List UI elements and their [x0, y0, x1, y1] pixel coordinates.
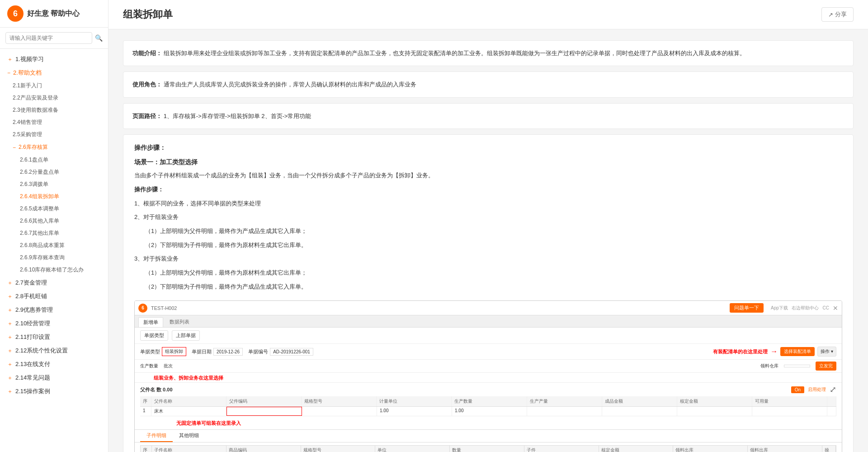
sidebar-item-transfer[interactable]: 2.6.3调拨单: [20, 178, 108, 190]
sidebar-item-data-prep[interactable]: 2.3使用前数据准备: [13, 104, 108, 116]
ss-btn-print[interactable]: 上部单据: [172, 330, 200, 341]
ss-td-finish: [602, 407, 677, 416]
ss-sub-tabs: 子件明细 其他明细: [135, 430, 842, 442]
sidebar-item-stocktake[interactable]: 2.6.1盘点单: [20, 154, 108, 166]
sidebar-item-cost-recalc[interactable]: 2.6.8商品成本重算: [20, 239, 108, 252]
search-box: 🔍: [0, 28, 108, 49]
plus-icon-11: ＋: [7, 388, 13, 395]
step2a: （1）上部明细为父件明细，最终作为产成品生成其它入库单；: [134, 226, 842, 237]
ss-label-type: 单据类型: [140, 348, 160, 355]
sidebar-item-faq[interactable]: ＋ 2.14常见问题: [0, 371, 108, 385]
sidebar-item-cases[interactable]: ＋ 2.15操作案例: [0, 385, 108, 398]
ss-annotation-nofixed: 无固定清单可组装在这里录入: [176, 420, 241, 426]
sidebar-item-mobile[interactable]: ＋ 2.8手机旺铺: [0, 290, 108, 303]
ss-sth-op: 操作: [822, 446, 836, 452]
sidebar-item-ops[interactable]: ＋ 2.10经营管理: [0, 317, 108, 330]
minus-icon: −: [7, 70, 10, 76]
ss-input-num[interactable]: AD-20191226-001: [270, 348, 313, 356]
ss-th-unit: 计量单位: [377, 396, 452, 406]
search-icon[interactable]: 🔍: [95, 34, 103, 42]
path-text: 1、库存核算->库存管理->组装拆卸单 2、首页->常用功能: [164, 113, 311, 119]
sidebar-item-assembly[interactable]: 2.6.4组装拆卸单: [20, 190, 108, 203]
sidebar-item-finance[interactable]: ＋ 2.7资金管理: [0, 276, 108, 290]
ss-td-approved: [677, 407, 752, 416]
ss-subtable: 序 子件名称 商品编码 规格型号 单位 数量 子件 核定金额 领料出库 领料出库…: [135, 442, 842, 452]
ss-annotation2-row: 无固定清单可组装在这里录入: [135, 418, 842, 430]
ss-sth-outqty1: 领料出库: [673, 446, 748, 452]
step3b: （2）下部明细为子件明细，最终作为产成品生成其它入库单。: [134, 281, 842, 293]
ss-sth-code: 商品编码: [226, 446, 301, 452]
page-title: 组装拆卸单: [123, 8, 173, 21]
sidebar-item-print[interactable]: ＋ 2.11打印设置: [0, 330, 108, 344]
ss-close-icon[interactable]: ✕: [833, 305, 838, 312]
sidebar-item-other-in[interactable]: 2.6.6其他入库单: [20, 215, 108, 227]
ss-th-avail: 可用量: [752, 396, 827, 406]
ss-topbar-icons: App下载 右边帮助中心 CC: [771, 305, 829, 311]
sidebar-item-settings[interactable]: ＋ 2.12系统个性化设置: [0, 344, 108, 357]
ss-tab-list[interactable]: 数据列表: [165, 317, 194, 327]
ss-topbar-btn[interactable]: 问题单一下: [730, 303, 764, 313]
sidebar-item-cost-adjust[interactable]: 2.6.5成本调整单: [20, 203, 108, 215]
sidebar-header: 6 好生意 帮助中心: [0, 0, 108, 28]
sidebar-item-sales[interactable]: 2.4销售管理: [13, 116, 108, 128]
screenshot-wrapper: 6 TEST-H002 问题单一下 App下载 右边帮助中心 CC ✕ 新增单 …: [134, 300, 842, 452]
func-intro-text: 组装拆卸单用来处理企业组装或拆卸等加工业务，支持有固定装配清单的产品加工业务，也…: [164, 50, 745, 57]
ss-tab-child[interactable]: 其他明细: [173, 430, 205, 442]
ss-tab-active[interactable]: 新增单: [138, 317, 163, 327]
ss-select-bom-btn[interactable]: 选择装配清单: [780, 347, 815, 356]
nav-sub-inventory: 2.6.1盘点单 2.6.2分量盘点单 2.6.3调拨单 2.6.4组装拆卸单 …: [13, 154, 108, 276]
plus-icon: ＋: [7, 56, 13, 63]
ss-sub-thead: 序 子件名称 商品编码 规格型号 单位 数量 子件 核定金额 领料出库 领料出库…: [140, 445, 836, 452]
share-button[interactable]: ↗ 分享: [821, 7, 854, 22]
plus-icon-9: ＋: [7, 361, 13, 368]
ss-annotation-assembly: 组装业务、拆卸业务在这里选择: [154, 375, 223, 381]
ss-th-idx: 序: [140, 396, 151, 406]
ss-td-op1: [827, 407, 836, 416]
func-intro-block: 功能介绍： 组装拆卸单用来处理企业组装或拆卸等加工业务，支持有固定装配清单的产品…: [123, 40, 854, 66]
sidebar-item-install[interactable]: 2.2产品安装及登录: [13, 92, 108, 104]
ss-toolbar: 单据类型 上部单据: [135, 328, 842, 344]
ss-input-date[interactable]: 2019-12-26: [213, 348, 243, 356]
ss-wh-input[interactable]: [784, 365, 810, 367]
sidebar-item-purchase[interactable]: 2.5采购管理: [13, 128, 108, 141]
ss-company: TEST-H002: [151, 305, 177, 311]
ss-qty-value: 批次: [164, 363, 173, 369]
plus-icon-5: ＋: [7, 306, 13, 314]
sidebar-item-inventory[interactable]: − 2.6库存核算: [13, 141, 108, 154]
ss-th-approved-amt: 核定金额: [677, 396, 752, 406]
ss-tab-parent[interactable]: 子件明细: [140, 430, 173, 442]
steps-block: 操作步骤： 场景一：加工类型选择 当由多个子件材料组装成一个成品的业务为【组装】…: [123, 134, 854, 452]
sidebar-item-stock-fix[interactable]: 2.6.10库存账本错了怎么办: [20, 264, 108, 276]
ss-topbar: 6 TEST-H002 问题单一下 App下载 右边帮助中心 CC ✕: [135, 301, 842, 315]
ss-td-code[interactable]: [226, 407, 302, 416]
plus-icon-6: ＋: [7, 320, 13, 328]
sidebar-item-stock-query[interactable]: 2.6.9库存账本查询: [20, 252, 108, 264]
ss-th-finish-amt: 成品金额: [602, 396, 677, 406]
on-label[interactable]: On: [791, 386, 804, 393]
ss-expand-icon[interactable]: ⤢: [830, 385, 836, 395]
ss-th-spec: 规格型号: [302, 396, 377, 406]
sidebar-item-payment[interactable]: ＋ 2.13在线支付: [0, 357, 108, 371]
plus-icon-7: ＋: [7, 333, 13, 341]
sidebar-item-newbie[interactable]: 2.1新手入门: [13, 80, 108, 92]
sidebar: 6 好生意 帮助中心 🔍 ＋ 1.视频学习 − 2.帮助文档 2.1新手入门 2…: [0, 0, 108, 452]
sidebar-item-video[interactable]: ＋ 1.视频学习: [0, 52, 108, 66]
role-block: 使用角色： 通常由生产人员或库管人员完成拆装业务的操作，库管人员确认原材料的出库…: [123, 71, 854, 97]
ss-btn-save[interactable]: 单据类型: [140, 330, 168, 341]
share-icon: ↗: [828, 11, 833, 18]
search-input[interactable]: [5, 32, 92, 44]
step3: 3、对于拆装业务: [134, 253, 842, 265]
ss-upper-table-header: 父件名 数 0.00 On 启用处理 ⤢: [140, 385, 836, 395]
sidebar-item-partial-stocktake[interactable]: 2.6.2分量盘点单: [20, 166, 108, 178]
sidebar-item-docs[interactable]: − 2.帮助文档: [0, 66, 108, 80]
step2b: （2）下部明细为子件明细，最终作为原材料生成其它出库单。: [134, 240, 842, 251]
sidebar-item-coupons[interactable]: ＋ 2.9优惠券管理: [0, 303, 108, 317]
ss-td-name: 床木: [151, 407, 226, 416]
ss-upper-table: 父件名 数 0.00 On 启用处理 ⤢ 序 父件名称: [135, 383, 842, 418]
ss-confirm-btn[interactable]: 立发完: [816, 362, 836, 371]
ss-more-btn[interactable]: 操作 ▾: [817, 347, 836, 357]
ss-input-type[interactable]: 组装拆卸: [162, 347, 186, 356]
sidebar-item-other-out[interactable]: 2.6.7其他出库单: [20, 227, 108, 239]
ss-td-avail: [752, 407, 827, 416]
ss-th-op: [827, 396, 836, 406]
